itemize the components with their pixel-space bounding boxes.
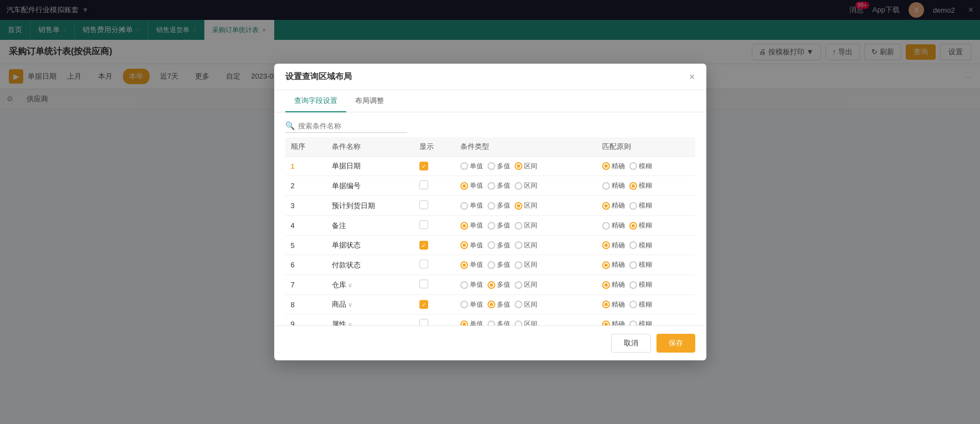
modal-overlay: 设置查询区域布局 × 查询字段设置 布局调整 🔍 顺序 条件名称 显示 [0,0,980,109]
modal-header: 设置查询区域布局 × [274,64,706,90]
settings-modal: 设置查询区域布局 × 查询字段设置 布局调整 🔍 顺序 条件名称 显示 [274,64,706,109]
tab-query-fields[interactable]: 查询字段设置 [285,90,346,109]
modal-title: 设置查询区域布局 [285,71,352,82]
tab-layout-adjust[interactable]: 布局调整 [346,90,393,109]
modal-close-button[interactable]: × [689,72,695,82]
modal-tabs: 查询字段设置 布局调整 [274,90,706,109]
